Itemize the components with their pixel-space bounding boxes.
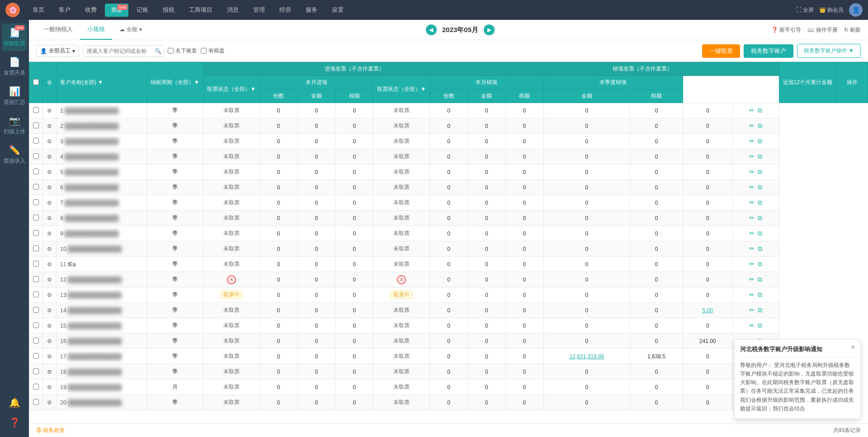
edit-button[interactable]: ✏ — [748, 290, 755, 299]
row-checkbox-cell[interactable] — [29, 134, 43, 149]
tax-cycle-col[interactable]: 纳税周期（全部）▼ — [147, 62, 203, 103]
row-checkbox[interactable] — [33, 261, 39, 267]
edit-button[interactable]: ✏ — [748, 198, 755, 207]
jin-status-cell[interactable]: 未取票 — [203, 180, 259, 195]
fetch-all-button[interactable]: 一键取票 — [702, 44, 740, 58]
xiao-status-cell[interactable]: 未取票 — [373, 164, 430, 180]
row-checkbox-cell[interactable] — [29, 195, 43, 211]
row-checkbox[interactable] — [33, 215, 39, 221]
copy-button[interactable]: ⧉ — [757, 305, 763, 315]
edit-button[interactable]: ✏ — [748, 152, 755, 161]
edit-button[interactable]: ✏ — [748, 229, 755, 238]
row-settings-icon[interactable]: ⚙ — [47, 307, 52, 314]
nav-customer[interactable]: 客户 — [52, 3, 77, 17]
row-settings-icon[interactable]: ⚙ — [47, 184, 52, 191]
copy-button[interactable]: ⧉ — [757, 275, 763, 284]
sidebar-item-scan-upload[interactable]: 📷 扫描上传 — [2, 112, 27, 139]
row-checkbox-cell[interactable] — [29, 272, 43, 287]
row-checkbox[interactable] — [33, 276, 39, 282]
manual-button[interactable]: 📖 操作手册 — [807, 26, 837, 34]
row-checkbox[interactable] — [33, 184, 39, 190]
filter-under-account-checkbox[interactable] — [168, 48, 174, 54]
row-checkbox[interactable] — [33, 153, 39, 159]
copy-button[interactable]: ⧉ — [757, 121, 763, 131]
xiao-status-cell[interactable]: 未取票 — [373, 118, 430, 134]
row-checkbox-cell[interactable] — [29, 164, 43, 180]
select-all-checkbox[interactable] — [33, 79, 39, 85]
xiao-status-cell[interactable]: 未取票 — [373, 103, 430, 118]
jin-status-cell[interactable]: 未取票 — [203, 226, 259, 241]
tab-small-scale[interactable]: 小规模 — [80, 20, 112, 40]
digital-account-ops-button[interactable]: 税务数字账户操作 ▼ — [797, 44, 861, 58]
row-settings-icon[interactable]: ⚙ — [47, 200, 52, 206]
row-checkbox-cell[interactable] — [29, 149, 43, 164]
row-checkbox-cell[interactable] — [29, 395, 43, 410]
row-settings-icon[interactable]: ⚙ — [47, 154, 52, 160]
jin-status-cell[interactable]: 未取票 — [203, 380, 259, 395]
refresh-button[interactable]: ↻ 刷新 — [844, 26, 861, 34]
xiao-status-cell[interactable]: ✕ — [373, 272, 430, 287]
nav-message[interactable]: 消息 — [221, 3, 245, 17]
digital-account-button[interactable]: 税务数字账户 — [744, 44, 793, 58]
jin-status-cell[interactable]: 未取票 — [203, 303, 259, 318]
jin-status-cell[interactable]: 未取票 — [203, 118, 259, 134]
row-settings-icon[interactable]: ⚙ — [47, 138, 52, 145]
copy-button[interactable]: ⧉ — [757, 198, 763, 207]
row-checkbox[interactable] — [33, 322, 39, 328]
nav-tax[interactable]: 报税 — [156, 3, 181, 17]
row-settings-icon[interactable]: ⚙ — [47, 169, 52, 175]
row-checkbox-cell[interactable] — [29, 287, 43, 303]
row-checkbox[interactable] — [33, 122, 39, 128]
row-checkbox[interactable] — [33, 199, 39, 205]
fullscreen-button[interactable]: ⛶ 全屏 — [796, 6, 814, 14]
jin-status-cell[interactable]: 未取票 — [203, 334, 259, 349]
period-next-button[interactable]: ▶ — [484, 24, 495, 35]
tax-policy-link[interactable]: ⑧ 税务政策 — [36, 427, 65, 434]
sidebar-item-smart-fetch[interactable]: 🧾 智能取票 new — [2, 23, 27, 51]
row-settings-icon[interactable]: ⚙ — [47, 246, 52, 252]
xiao-status-cell[interactable]: 未取票 — [373, 364, 430, 380]
filter-has-tax-disk-checkbox[interactable] — [201, 48, 207, 54]
xiao-status-cell[interactable]: 未取票 — [373, 395, 430, 410]
xiao-status-cell[interactable]: 未取票 — [373, 180, 430, 195]
row-settings-icon[interactable]: ⚙ — [47, 399, 52, 406]
jin-status-cell[interactable]: 未取票 — [203, 318, 259, 334]
row-checkbox[interactable] — [33, 368, 39, 374]
copy-button[interactable]: ⧉ — [757, 229, 763, 238]
tab-general-taxpayer[interactable]: 一般纳税人 — [36, 20, 80, 40]
row-settings-icon[interactable]: ⚙ — [47, 292, 52, 298]
row-checkbox-cell[interactable] — [29, 364, 43, 380]
row-checkbox-cell[interactable] — [29, 349, 43, 364]
xiao-status-cell[interactable]: 未取票 — [373, 226, 430, 241]
jin-status-cell[interactable]: 未取票 — [203, 395, 259, 410]
sidebar-item-help[interactable]: ❓ — [2, 414, 27, 432]
jin-status-cell[interactable]: 未取票 — [203, 164, 259, 180]
row-checkbox[interactable] — [33, 138, 39, 144]
row-checkbox[interactable] — [33, 353, 39, 359]
xiao-status-cell[interactable]: 未取票 — [373, 380, 430, 395]
row-checkbox[interactable] — [33, 230, 39, 236]
sidebar-item-invoice-entry[interactable]: ✏️ 票据录入 — [2, 141, 27, 169]
member-button[interactable]: 👑 购会员 — [819, 6, 844, 14]
row-checkbox-cell[interactable] — [29, 303, 43, 318]
period-prev-button[interactable]: ◀ — [426, 24, 437, 35]
copy-button[interactable]: ⧉ — [757, 152, 763, 161]
row-checkbox[interactable] — [33, 169, 39, 174]
row-checkbox-cell[interactable] — [29, 318, 43, 334]
row-settings-icon[interactable]: ⚙ — [47, 277, 52, 283]
row-checkbox-cell[interactable] — [29, 211, 43, 226]
jin-status-cell[interactable]: 未取票 — [203, 241, 259, 257]
jin-status-cell[interactable]: 未取票 — [203, 364, 259, 380]
nav-service[interactable]: 服务 — [299, 3, 324, 17]
row-checkbox-cell[interactable] — [29, 103, 43, 118]
nav-home[interactable]: 首页 — [26, 3, 51, 17]
row-checkbox[interactable] — [33, 399, 39, 405]
nav-settings[interactable]: 设置 — [326, 3, 350, 17]
jin-status-cell[interactable]: 未取票 — [203, 195, 259, 211]
nav-invoice[interactable]: 票据 new — [105, 4, 128, 17]
row-checkbox[interactable] — [33, 307, 39, 313]
copy-button[interactable]: ⧉ — [757, 136, 763, 146]
row-checkbox[interactable] — [33, 338, 39, 343]
row-settings-icon[interactable]: ⚙ — [47, 384, 52, 390]
xiao-status-cell[interactable]: 未取票 — [373, 149, 430, 164]
